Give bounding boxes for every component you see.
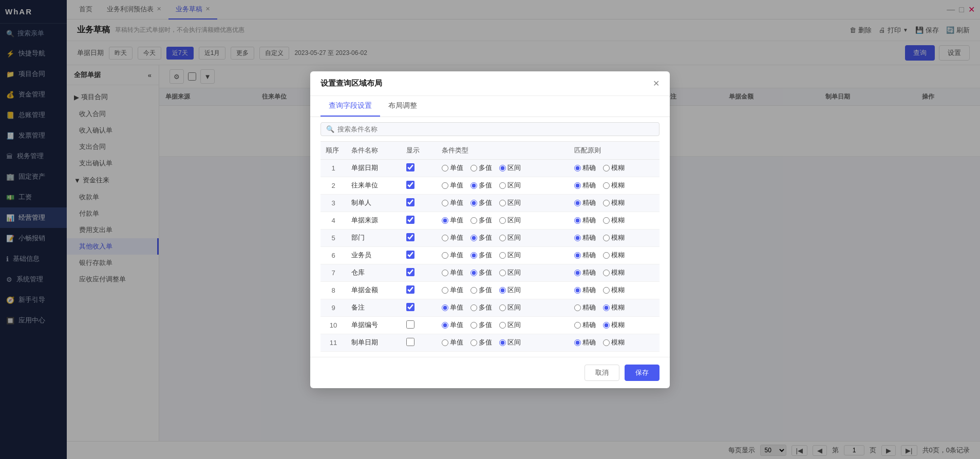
fuzzy-radio-label[interactable]: 模糊 [603,181,625,190]
dialog-tab-query-fields[interactable]: 查询字段设置 [321,96,380,117]
range-radio-label[interactable]: 区间 [499,198,521,207]
fuzzy-radio[interactable] [603,200,610,206]
range-radio-label[interactable]: 区间 [499,285,521,295]
range-radio[interactable] [499,287,506,294]
single-radio-label[interactable]: 单值 [442,268,463,277]
multiple-radio[interactable] [470,322,477,329]
multiple-radio[interactable] [470,339,477,346]
single-radio-label[interactable]: 单值 [442,163,463,173]
single-radio[interactable] [442,235,448,241]
range-radio[interactable] [499,217,506,224]
multiple-radio-label[interactable]: 多值 [470,216,492,225]
single-radio[interactable] [442,252,448,259]
exact-radio[interactable] [574,182,581,189]
range-radio[interactable] [499,339,506,346]
exact-radio-label[interactable]: 精确 [574,303,596,312]
multiple-radio-label[interactable]: 多值 [470,233,492,242]
single-radio[interactable] [442,287,448,294]
range-radio-label[interactable]: 区间 [499,163,521,173]
fuzzy-radio-label[interactable]: 模糊 [603,303,625,312]
single-radio-label[interactable]: 单值 [442,338,463,347]
exact-radio-label[interactable]: 精确 [574,251,596,260]
show-checkbox[interactable] [406,251,414,259]
fuzzy-radio[interactable] [603,304,610,311]
show-checkbox-cell[interactable] [401,334,436,351]
exact-radio[interactable] [574,200,581,206]
single-radio[interactable] [442,165,448,171]
condition-search-input[interactable] [337,125,654,133]
exact-radio-label[interactable]: 精确 [574,233,596,242]
show-checkbox-cell[interactable] [401,194,436,212]
single-radio[interactable] [442,182,448,189]
show-checkbox[interactable] [406,285,414,294]
multiple-radio-label[interactable]: 多值 [470,338,492,347]
show-checkbox-cell[interactable] [401,229,436,246]
show-checkbox[interactable] [406,233,414,241]
multiple-radio[interactable] [470,235,477,241]
single-radio-label[interactable]: 单值 [442,181,463,190]
range-radio[interactable] [499,235,506,241]
exact-radio-label[interactable]: 精确 [574,268,596,277]
exact-radio[interactable] [574,235,581,241]
fuzzy-radio[interactable] [603,182,610,189]
show-checkbox-cell[interactable] [401,159,436,177]
range-radio[interactable] [499,182,506,189]
exact-radio-label[interactable]: 精确 [574,181,596,190]
fuzzy-radio-label[interactable]: 模糊 [603,233,625,242]
single-radio[interactable] [442,217,448,224]
show-checkbox-cell[interactable] [401,264,436,281]
range-radio[interactable] [499,252,506,259]
exact-radio-label[interactable]: 精确 [574,198,596,207]
single-radio[interactable] [442,322,448,329]
show-checkbox-cell[interactable] [401,177,436,194]
single-radio-label[interactable]: 单值 [442,198,463,207]
single-radio[interactable] [442,339,448,346]
exact-radio[interactable] [574,165,581,171]
fuzzy-radio-label[interactable]: 模糊 [603,285,625,295]
single-radio-label[interactable]: 单值 [442,216,463,225]
multiple-radio-label[interactable]: 多值 [470,198,492,207]
range-radio-label[interactable]: 区间 [499,251,521,260]
save-dialog-button[interactable]: 保存 [625,365,659,381]
exact-radio[interactable] [574,252,581,259]
show-checkbox[interactable] [406,181,414,189]
exact-radio[interactable] [574,322,581,329]
single-radio-label[interactable]: 单值 [442,285,463,295]
fuzzy-radio[interactable] [603,235,610,241]
show-checkbox-cell[interactable] [401,212,436,229]
multiple-radio[interactable] [470,270,477,276]
range-radio[interactable] [499,270,506,276]
fuzzy-radio[interactable] [603,252,610,259]
single-radio-label[interactable]: 单值 [442,320,463,330]
multiple-radio[interactable] [470,287,477,294]
fuzzy-radio[interactable] [603,217,610,224]
range-radio-label[interactable]: 区间 [499,338,521,347]
single-radio-label[interactable]: 单值 [442,251,463,260]
multiple-radio[interactable] [470,252,477,259]
show-checkbox[interactable] [406,338,414,346]
single-radio[interactable] [442,270,448,276]
fuzzy-radio-label[interactable]: 模糊 [603,216,625,225]
range-radio[interactable] [499,304,506,311]
fuzzy-radio-label[interactable]: 模糊 [603,251,625,260]
show-checkbox-cell[interactable] [401,316,436,334]
range-radio-label[interactable]: 区间 [499,320,521,330]
show-checkbox-cell[interactable] [401,299,436,316]
multiple-radio[interactable] [470,182,477,189]
show-checkbox-cell[interactable] [401,246,436,264]
exact-radio[interactable] [574,304,581,311]
fuzzy-radio[interactable] [603,165,610,171]
range-radio-label[interactable]: 区间 [499,216,521,225]
single-radio[interactable] [442,200,448,206]
multiple-radio-label[interactable]: 多值 [470,251,492,260]
exact-radio[interactable] [574,217,581,224]
multiple-radio[interactable] [470,165,477,171]
range-radio-label[interactable]: 区间 [499,268,521,277]
range-radio[interactable] [499,322,506,329]
exact-radio-label[interactable]: 精确 [574,285,596,295]
show-checkbox[interactable] [406,163,414,171]
show-checkbox-cell[interactable] [401,281,436,299]
multiple-radio-label[interactable]: 多值 [470,181,492,190]
show-checkbox[interactable] [406,216,414,224]
show-checkbox[interactable] [406,268,414,276]
